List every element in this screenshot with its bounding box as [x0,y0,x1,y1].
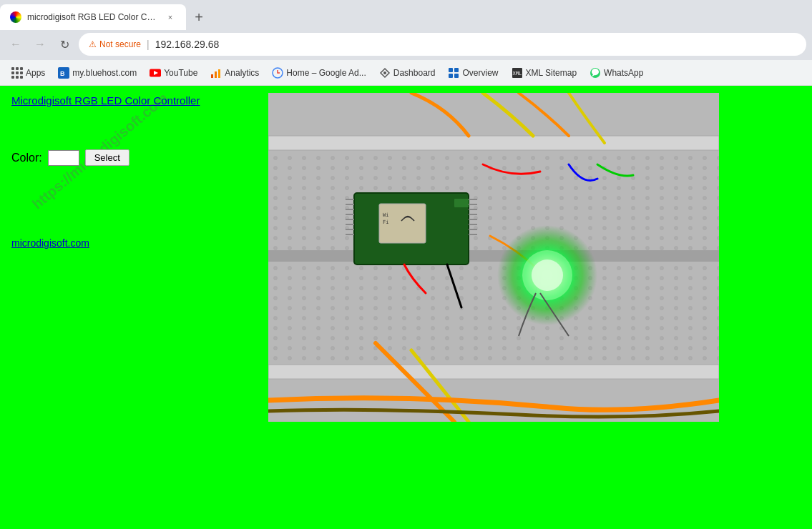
google-icon [272,67,283,79]
browser-chrome: microdigisoft RGB LED Color Con... × + ←… [0,0,812,86]
separator: | [147,39,150,50]
page-content: https://microdigisoft.com Microdigisoft … [0,86,812,529]
forward-button[interactable]: → [30,34,50,54]
bookmark-dashboard-label: Dashboard [393,68,436,78]
active-tab[interactable]: microdigisoft RGB LED Color Con... × [0,4,186,30]
bookmark-whatsapp[interactable]: WhatsApp [584,64,649,81]
url-text: 192.168.29.68 [155,39,220,50]
svg-point-50 [522,250,572,300]
bookmark-bluehost-label: my.bluehost.com [72,68,137,78]
youtube-icon [150,67,161,79]
bookmark-youtube-label: YouTube [164,68,197,78]
color-row: Color: Select [11,149,801,166]
address-bar[interactable]: ⚠ Not secure | 192.168.29.68 [79,33,806,56]
bookmark-analytics-label: Analytics [225,68,259,78]
svg-rect-23 [268,262,719,365]
bookmark-youtube[interactable]: YouTube [144,64,203,81]
svg-rect-9 [449,68,453,72]
new-tab-button[interactable]: + [189,7,209,27]
bookmark-xml-sitemap-label: XML Sitemap [526,68,577,78]
reload-button[interactable]: ↻ [54,34,74,54]
bookmarks-bar: Apps B my.bluehost.com YouTube [0,60,812,86]
security-warning: ⚠ Not secure [89,39,141,49]
bookmark-google-ads-label: Home – Google Ad... [286,68,366,78]
color-swatch[interactable] [48,150,79,166]
page-inner: Microdigisoft RGB LED Color Controller C… [0,86,812,257]
svg-text:B: B [60,70,65,77]
page-title-link[interactable]: Microdigisoft RGB LED Color Controller [11,94,200,107]
tab-title: microdigisoft RGB LED Color Con... [27,12,159,22]
bookmark-overview-label: Overview [462,68,498,78]
warning-icon: ⚠ [89,39,97,49]
color-label: Color: [11,152,42,164]
svg-rect-10 [454,68,459,72]
security-text: Not secure [99,39,141,49]
tab-close-button[interactable]: × [165,11,176,23]
bookmark-analytics[interactable]: Analytics [205,64,265,81]
whatsapp-icon [590,67,601,79]
back-button[interactable]: ← [6,34,26,54]
svg-rect-20 [268,365,719,379]
bookmark-apps-label: Apps [26,68,45,78]
tab-bar: microdigisoft RGB LED Color Con... × + [0,0,812,29]
svg-rect-5 [215,71,217,78]
bookmark-overview[interactable]: Overview [442,64,504,81]
bookmark-dashboard[interactable]: Dashboard [373,64,441,81]
svg-point-8 [383,71,386,74]
bookmark-bluehost[interactable]: B my.bluehost.com [52,64,142,81]
svg-rect-11 [449,74,453,78]
analytics-icon [210,67,222,79]
bookmark-whatsapp-label: WhatsApp [604,68,643,78]
bookmark-google-ads[interactable]: Home – Google Ad... [266,64,371,81]
overview-icon [448,67,459,79]
dashboard-icon [379,67,391,79]
sitemap-icon: XML [512,67,523,79]
select-button[interactable]: Select [85,149,129,166]
tab-favicon-icon [10,11,21,23]
svg-rect-12 [454,74,459,78]
svg-text:XML: XML [512,71,522,76]
svg-rect-4 [211,74,213,78]
svg-rect-6 [218,69,220,78]
apps-grid-icon [11,67,23,79]
bookmark-xml-sitemap[interactable]: XML XML Sitemap [506,64,583,81]
address-bar-row: ← → ↻ ⚠ Not secure | 192.168.29.68 [0,29,812,60]
bluehost-icon: B [58,67,69,79]
site-link[interactable]: microdigisoft.com [11,237,801,249]
bookmark-apps[interactable]: Apps [6,64,51,81]
